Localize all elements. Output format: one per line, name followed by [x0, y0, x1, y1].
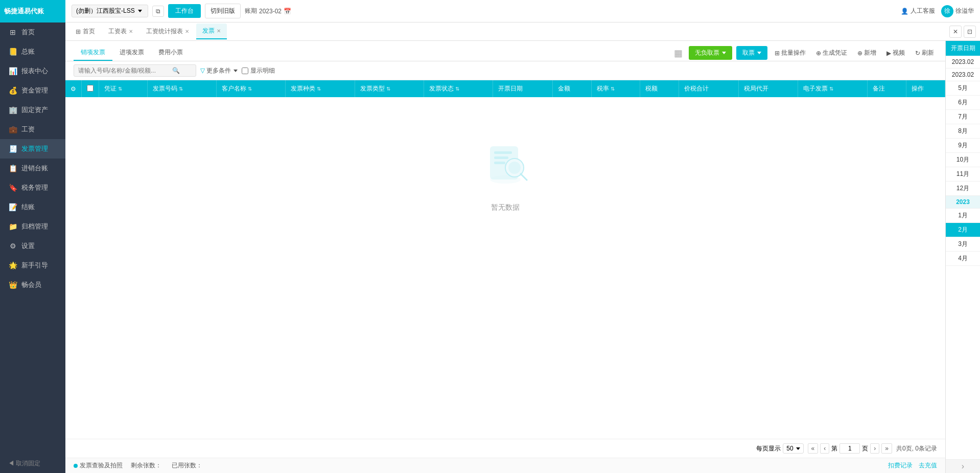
footer-used: 已用张数：	[172, 461, 204, 470]
tab-salary-report-close-icon[interactable]: ✕	[185, 29, 189, 34]
sidebar-item-sales[interactable]: 📋 进销台账	[0, 159, 65, 178]
invoice-category-sort-icon[interactable]: ⇅	[386, 86, 390, 92]
sidebar-collapse-btn[interactable]: ◀ 取消固定	[0, 454, 65, 473]
user-info[interactable]: 徐 徐溢华	[941, 5, 974, 17]
customer-sort-icon[interactable]: ⇅	[248, 86, 252, 92]
col-customer: 客户名称⇅	[217, 80, 286, 97]
col-settings[interactable]: ⚙	[65, 80, 82, 97]
voucher-sort-icon[interactable]: ⇅	[118, 86, 122, 92]
per-page-label: 每页显示	[756, 444, 781, 453]
period-item-11[interactable]: 11月	[946, 167, 980, 182]
period-item-7[interactable]: 7月	[946, 110, 980, 124]
per-page-value[interactable]: 50	[783, 443, 803, 454]
service-button[interactable]: 👤 人工客服	[901, 7, 935, 15]
period-item-1[interactable]: 1月	[946, 209, 980, 223]
period-panel-close-button[interactable]: ›	[946, 459, 980, 473]
col-customer-label: 客户名称	[222, 85, 246, 92]
tab-home[interactable]: ⊞ 首页	[69, 24, 101, 39]
old-version-button[interactable]: 切到旧版	[205, 4, 241, 18]
search-input[interactable]	[78, 67, 170, 74]
grid-view-icon[interactable]: ▦	[672, 48, 685, 59]
batch-ops-button[interactable]: ⊞ 批量操作	[772, 47, 809, 59]
period-item-12[interactable]: 12月	[946, 182, 980, 196]
select-all-checkbox[interactable]	[87, 85, 94, 92]
period-item-9[interactable]: 9月	[946, 139, 980, 153]
period-item-label: 2023	[956, 198, 970, 206]
period-item-2[interactable]: 2月	[946, 223, 980, 237]
period-item-4[interactable]: 4月	[946, 252, 980, 266]
more-filters-button[interactable]: ▽ 更多条件	[200, 66, 238, 75]
generate-voucher-button[interactable]: ⊕ 生成凭证	[813, 47, 850, 59]
next-page-button[interactable]: ›	[870, 443, 879, 454]
e-invoice-sort-icon[interactable]: ⇅	[829, 86, 833, 92]
video-button[interactable]: ▶ 视频	[883, 47, 908, 59]
fetch-button[interactable]: 取票	[736, 46, 767, 60]
no-tax-fetch-button[interactable]: 无负取票	[689, 46, 732, 60]
last-page-button[interactable]: »	[881, 443, 892, 454]
sidebar-item-invoice[interactable]: 🧾 发票管理	[0, 139, 65, 159]
show-detail-checkbox[interactable]	[242, 67, 248, 74]
period-item-year-2023[interactable]: 2023	[946, 196, 980, 209]
sidebar-item-tax[interactable]: 🔖 税务管理	[0, 178, 65, 197]
sidebar-item-settings[interactable]: ⚙ 设置	[0, 236, 65, 256]
period-item-8[interactable]: 8月	[946, 124, 980, 139]
invoice-type-sort-icon[interactable]: ⇅	[317, 86, 321, 92]
sidebar-item-funds[interactable]: 💰 资金管理	[0, 81, 65, 100]
salary-icon: 💼	[8, 125, 17, 133]
copy-company-button[interactable]: ⧉	[152, 6, 164, 17]
sidebar-item-label: 发票管理	[21, 144, 48, 153]
footer-dot	[74, 464, 78, 468]
first-page-button[interactable]: «	[808, 443, 819, 454]
new-button[interactable]: ⊕ 新增	[854, 47, 879, 59]
page-input[interactable]	[839, 443, 860, 454]
prev-page-button[interactable]: ‹	[820, 443, 829, 454]
refresh-button[interactable]: ↻ 刷新	[912, 47, 937, 59]
show-detail-checkbox-wrap[interactable]: 显示明细	[242, 66, 275, 75]
sidebar-item-member[interactable]: 👑 畅会员	[0, 275, 65, 295]
tab-close-window-button[interactable]: ✕	[949, 26, 962, 38]
col-tax-total-label: 价税合计	[684, 85, 709, 92]
period-item-3[interactable]: 3月	[946, 237, 980, 252]
deduct-record-link[interactable]: 扣费记录	[888, 461, 913, 470]
sub-tab-purchase-invoice[interactable]: 进项发票	[112, 45, 151, 61]
recharge-link[interactable]: 去充值	[919, 461, 937, 470]
invoice-status-sort-icon[interactable]: ⇅	[455, 86, 459, 92]
company-selector[interactable]: (勿删）江西股宝-LSS	[72, 5, 148, 17]
sidebar-item-guide[interactable]: 🌟 新手引导	[0, 256, 65, 275]
period-item-2023-02-1[interactable]: 2023.02	[946, 56, 980, 69]
sub-tab-expense-receipt[interactable]: 费用小票	[151, 45, 190, 61]
col-e-invoice-label: 电子发票	[803, 85, 828, 92]
period-value: 2023-02	[259, 8, 282, 15]
sidebar-item-archive[interactable]: 📁 归档管理	[0, 217, 65, 236]
invoice-no-sort-icon[interactable]: ⇅	[179, 86, 183, 92]
sidebar-item-salary[interactable]: 💼 工资	[0, 120, 65, 139]
sidebar-item-assets[interactable]: 🏢 固定资产	[0, 100, 65, 120]
sidebar-item-reports[interactable]: 📊 报表中心	[0, 61, 65, 81]
sidebar-item-ledger[interactable]: 📒 总账	[0, 42, 65, 61]
tab-salary-report[interactable]: 工资统计报表 ✕	[140, 24, 195, 39]
period-item-label: 2023.02	[952, 58, 974, 65]
period-item-2023-02-2[interactable]: 2023.02	[946, 69, 980, 81]
period-item-label: 1月	[958, 212, 968, 219]
period-item-10[interactable]: 10月	[946, 153, 980, 167]
col-e-invoice: 电子发票⇅	[798, 80, 867, 97]
tax-rate-sort-icon[interactable]: ⇅	[611, 86, 615, 92]
tab-invoice[interactable]: 发票 ✕	[196, 24, 227, 39]
sidebar-item-home[interactable]: ⊞ 首页	[0, 22, 65, 42]
tab-invoice-close-icon[interactable]: ✕	[217, 28, 221, 34]
tab-salary[interactable]: 工资表 ✕	[102, 24, 139, 39]
sidebar-item-label: 结账	[21, 202, 35, 212]
sidebar-item-close[interactable]: 📝 结账	[0, 197, 65, 217]
period-item-6[interactable]: 6月	[946, 96, 980, 110]
period-panel-header[interactable]: 开票日期	[946, 41, 980, 56]
col-tax-code-label: 税局代开	[744, 85, 768, 92]
col-checkbox[interactable]	[82, 80, 99, 97]
tab-controls: ✕ ⊡	[949, 26, 976, 38]
period-item-5[interactable]: 5月	[946, 81, 980, 96]
tab-salary-close-icon[interactable]: ✕	[129, 29, 133, 34]
sub-tab-sales-invoice[interactable]: 销项发票	[74, 45, 112, 61]
tab-home-label: 首页	[83, 27, 95, 36]
col-invoice-category: 发票类型⇅	[355, 80, 424, 97]
workbench-button[interactable]: 工作台	[168, 4, 201, 18]
tab-maximize-button[interactable]: ⊡	[964, 26, 976, 38]
